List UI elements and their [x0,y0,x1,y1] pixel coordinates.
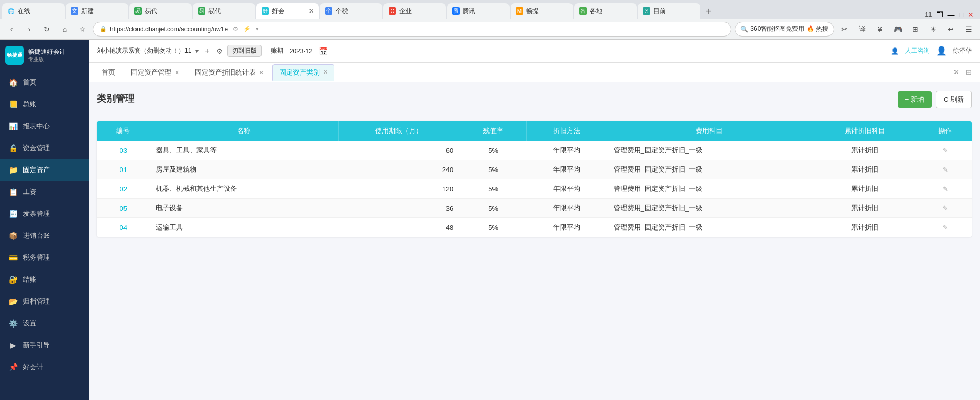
expand-icon[interactable]: ▾ [256,26,259,32]
add-button[interactable]: + 新增 [898,91,932,108]
tab-fixed-asset-stats-close[interactable]: ✕ [259,69,264,76]
cell-name: 机器、机械和其他生产设备 [150,179,338,199]
menu-icon[interactable]: ☰ [961,22,976,37]
secure-icon: 🔒 [100,26,107,32]
back-button[interactable]: ‹ [4,22,19,37]
browser-tab-muqian[interactable]: S 目前 [638,3,700,19]
browser-tab-tencent[interactable]: 腾 腾讯 [447,3,510,19]
window-restore-btn[interactable]: ⊞ [963,67,974,78]
refresh-button[interactable]: ↻ [40,22,54,37]
col-header-action: 操作 [919,121,972,141]
browser-tab-online[interactable]: 🌐 在线 [2,3,65,19]
sidebar-item-inventory[interactable]: 📦 进销台账 [0,225,89,247]
settings-button[interactable]: ⚙ [216,47,223,55]
refresh-button-page[interactable]: C 刷新 [936,91,972,108]
minimize-icon[interactable]: — [948,10,955,19]
sidebar-item-home[interactable]: 🏠 首页 [0,71,89,93]
app-header-right: 👤 人工咨询 👤 徐泽华 [891,46,972,56]
tab-fixed-asset-mgmt-close[interactable]: ✕ [175,69,179,76]
cell-action[interactable]: ✎ [919,199,972,218]
sidebar-item-funds[interactable]: 🔒 资金管理 [0,137,89,159]
browser-tab-haokuai[interactable]: 好 好会 ✕ [256,3,319,19]
sidebar-item-reports[interactable]: 📊 报表中心 [0,115,89,137]
sidebar-item-tax-label: 税务管理 [23,253,50,262]
browser-tab-gedi[interactable]: 各 各地 [574,3,637,19]
cell-action[interactable]: ✎ [919,160,972,179]
tab-fixed-asset-category-close[interactable]: ✕ [323,69,328,76]
cell-action[interactable]: ✎ [919,179,972,199]
browser-tab-haokuai-close[interactable]: ✕ [309,8,314,15]
tab-home[interactable]: 首页 [95,64,122,80]
sidebar-item-payroll[interactable]: 📋 工资 [0,181,89,203]
address-bar[interactable]: 🔒 https://cloud.chanjet.com/accounting/u… [93,22,731,37]
translate-icon[interactable]: 译 [855,22,870,37]
cell-code: 02 [97,179,150,199]
sidebar-item-archive[interactable]: 📂 归档管理 [0,290,89,312]
sidebar-logo: 畅捷通 畅捷通好会计 专业版 [0,40,89,71]
sidebar-item-tax[interactable]: 💳 税务管理 [0,247,89,269]
browser-tab-yidai2[interactable]: 易 易代 [193,3,255,19]
tab-fixed-asset-category[interactable]: 固定资产类别 ✕ [272,64,334,81]
tab-favicon-yidai1: 易 [134,7,142,15]
window-close-btn[interactable]: ✕ [951,67,961,78]
browser-tab-enterprise[interactable]: C 企业 [383,3,446,19]
cell-period: 240 [338,160,460,179]
cell-accumulated: 累计折旧 [811,179,919,199]
cell-expense: 管理费用_固定资产折旧_一级 [607,160,811,179]
tab-fixed-asset-category-label: 固定资产类别 [279,68,320,77]
dropdown-icon[interactable]: ▾ [195,47,199,55]
calendar-icon[interactable]: 📅 [319,47,328,55]
page-tabs: 首页 固定资产管理 ✕ 固定资产折旧统计表 ✕ 固定资产类别 ✕ ✕ ⊞ [89,63,980,82]
browser-tab-yidai1[interactable]: 易 易代 [129,3,192,19]
share-icon[interactable]: ⚡ [243,26,251,32]
table-row: 01房屋及建筑物2405%年限平均管理费用_固定资产折旧_一级累计折旧✎ [97,160,972,179]
scissors-icon[interactable]: ✂ [837,22,852,37]
sidebar-item-settings[interactable]: ⚙️ 设置 [0,312,89,334]
user-avatar-icon: 👤 [936,46,947,56]
browser-tab-changtie[interactable]: M 畅提 [511,3,573,19]
payroll-icon: 📋 [8,187,18,197]
home-button[interactable]: ⌂ [57,22,72,37]
browser-tab-new[interactable]: 文 新建 [66,3,128,19]
restore-icon[interactable]: 🗔 [936,10,944,19]
grid-icon[interactable]: ⊞ [908,22,923,37]
cell-expense: 管理费用_固定资产折旧_一级 [607,141,811,160]
user-info: 刘小艳演示系套（勿删勿动！）11 [97,46,191,55]
sidebar-item-guide[interactable]: ▶ 新手引导 [0,334,89,356]
close-window-icon[interactable]: ✕ [967,10,974,19]
more-icon: 📌 [8,362,18,372]
tab-favicon-tax: 个 [325,7,332,15]
cell-name: 运输工具 [150,218,338,237]
undo-icon[interactable]: ↩ [944,22,958,37]
sun-icon[interactable]: ☀ [926,22,940,37]
maximize-icon[interactable]: □ [959,10,963,19]
cell-code: 05 [97,199,150,218]
sidebar-item-invoice[interactable]: 🧾 发票管理 [0,203,89,225]
wallet-icon[interactable]: ¥ [873,22,887,37]
col-header-code: 编号 [97,121,150,141]
add-company-button[interactable]: + [205,46,209,56]
sidebar-item-more[interactable]: 📌 好会计 [0,356,89,378]
search-bar[interactable]: 🔍 360智能抠图免费用 🔥 热搜 [735,22,834,37]
tab-fixed-asset-mgmt[interactable]: 固定资产管理 ✕ [124,64,186,80]
tab-fixed-asset-stats[interactable]: 固定资产折旧统计表 ✕ [188,64,270,80]
switch-old-version-button[interactable]: 切到旧版 [227,45,262,57]
cell-action[interactable]: ✎ [919,218,972,237]
new-tab-button[interactable]: + [701,4,716,19]
bookmark-button[interactable]: ☆ [75,22,90,37]
forward-button[interactable]: › [22,22,36,37]
cell-expense: 管理费用_固定资产折旧_一级 [607,218,811,237]
sidebar-item-fixed-assets[interactable]: 📁 固定资产 [0,159,89,181]
support-text[interactable]: 人工咨询 [905,46,930,55]
game-icon[interactable]: 🎮 [890,22,905,37]
browser-tab-bar: 🌐 在线 文 新建 易 易代 易 易代 好 好会 ✕ 个 个税 C 企业 腾 [0,0,980,19]
tab-count-badge: 11 [925,11,932,18]
site-info-icon[interactable]: ⚙ [233,26,238,32]
cell-action[interactable]: ✎ [919,141,972,160]
sidebar-item-closing[interactable]: 🔐 结账 [0,269,89,290]
table-row: 03器具、工具、家具等605%年限平均管理费用_固定资产折旧_一级累计折旧✎ [97,141,972,160]
col-header-expense: 费用科目 [607,121,811,141]
sidebar-item-ledger[interactable]: 📒 总账 [0,93,89,115]
browser-tab-tax[interactable]: 个 个税 [320,3,382,19]
col-header-residual: 残值率 [460,121,527,141]
